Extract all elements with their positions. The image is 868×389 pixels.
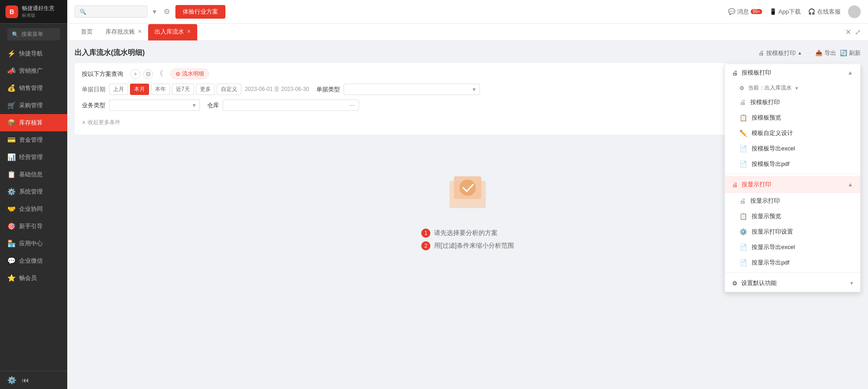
page-content-area: 出入库流水(流水明细) 🖨 按模板打印 ▲ ⋯ 📤 导出 🔄 刷新 [67, 41, 868, 389]
logo-icon: B [5, 5, 18, 18]
display-preview-icon: 📋 [739, 213, 747, 220]
set-default-section-header[interactable]: ⚙ 设置默认功能 ▾ [725, 274, 860, 292]
app-download-button[interactable]: 📱 App下载 [769, 8, 801, 16]
export-button[interactable]: 📤 导出 [815, 49, 836, 57]
sidebar-item-sales[interactable]: 💰 销售管理 [0, 80, 67, 97]
online-service-button[interactable]: 🎧 在线客服 [808, 8, 841, 16]
biz-type-dropdown-icon: ▾ [193, 102, 196, 109]
sidebar-bottom: ⚙️ ⏮ [0, 371, 67, 389]
export-icon: 📤 [815, 50, 823, 56]
current-expand-icon: ▾ [795, 85, 798, 91]
sidebar-item-wechat[interactable]: 💬 企业微信 [0, 252, 67, 269]
date-btn-this-year[interactable]: 本年 [151, 84, 170, 95]
template-print-button[interactable]: 🖨 按模板打印 ▲ [758, 49, 802, 57]
dropdown-item-template-print[interactable]: 🖨 按模板打印 [725, 95, 860, 110]
tab-close-batch[interactable]: ✕ [138, 29, 142, 35]
dropdown-item-display-print-settings[interactable]: ⚙️ 按显示打印设置 [725, 224, 860, 239]
doc-type-dropdown-icon: ▾ [473, 86, 476, 93]
tab-close-all-icon[interactable]: ✕ [845, 28, 851, 36]
sidebar-item-basic[interactable]: 📋 基础信息 [0, 166, 67, 183]
display-print-section-header[interactable]: 🖨 按显示打印 ▲ [725, 176, 860, 193]
settings-icon[interactable]: ⚙ [162, 5, 172, 18]
biz-type-select[interactable]: ▾ [109, 100, 200, 111]
sidebar-menu: 🔍 搜索菜单 ⚡ 快捷导航 📣 营销推广 💰 销售管理 🛒 采购管理 📦 库存核… [0, 24, 67, 371]
warehouse-dropdown-icon: ⋯ [349, 102, 355, 109]
dropdown-item-display-export-pdf[interactable]: 📄 按显示导出pdf [725, 255, 860, 270]
template-preview-icon: 📋 [739, 114, 747, 121]
date-btn-this-month[interactable]: 本月 [130, 84, 149, 95]
refresh-button[interactable]: 🔄 刷新 [840, 49, 861, 57]
sidebar-item-marketing[interactable]: 📣 营销推广 [0, 62, 67, 80]
default-icon: ⚙ [732, 280, 738, 287]
collapse-sidebar-icon[interactable]: ⏮ [22, 376, 29, 384]
empty-hint-2: 2 用[过滤]条件来缩小分析范围 [421, 241, 514, 250]
tab-batch[interactable]: 库存批次账 ✕ [99, 24, 148, 40]
tab-home[interactable]: 首页 [75, 24, 99, 40]
sales-icon: 💰 [7, 84, 15, 92]
date-btn-more[interactable]: 更多 [196, 84, 215, 95]
sidebar-item-finance[interactable]: 💳 资金管理 [0, 131, 67, 149]
settings-gear-icon[interactable]: ⚙️ [7, 376, 16, 384]
display-excel-icon: 📄 [739, 244, 747, 251]
warehouse-select[interactable]: ⋯ [223, 100, 359, 111]
active-filter-tag[interactable]: ⚙ 流水明细 [170, 69, 209, 79]
date-btn-7days[interactable]: 近7天 [172, 84, 194, 95]
coop-icon: 🤝 [7, 205, 15, 213]
sidebar-item-coop[interactable]: 🤝 企业协同 [0, 200, 67, 218]
current-icon: ⚙ [739, 85, 744, 91]
tab-close-flow[interactable]: ✕ [187, 29, 191, 35]
refresh-icon: 🔄 [840, 50, 847, 56]
dropdown-arrow-icon[interactable]: ▾ [151, 5, 158, 18]
industry-solution-button[interactable]: 体验行业方案 [175, 5, 225, 19]
sidebar-item-operations[interactable]: 📊 经营管理 [0, 149, 67, 166]
template-print-icon: 🖨 [739, 99, 746, 106]
filter-add-button[interactable]: ＋ [130, 69, 140, 79]
dropdown-item-display-print[interactable]: 🖨 按显示打印 [725, 193, 860, 209]
chevron-up-icon: ∧ [82, 119, 86, 125]
sidebar-search-btn[interactable]: 🔍 搜索菜单 [7, 28, 60, 40]
dropdown-item-display-preview[interactable]: 📋 按显示预览 [725, 209, 860, 224]
guide-icon: 🎯 [7, 222, 15, 230]
avatar[interactable] [848, 5, 861, 18]
dropdown-item-template-preview[interactable]: 📋 按模板预览 [725, 110, 860, 125]
topbar-search[interactable]: 🔍 [75, 5, 147, 18]
sidebar-item-appstore[interactable]: 🏪 应用中心 [0, 235, 67, 252]
collapse-more-button[interactable]: ∧ 收起更多条件 [82, 115, 120, 129]
date-buttons: 上月 本月 本年 近7天 更多 自定义 [109, 84, 241, 95]
sidebar-item-purchase[interactable]: 🛒 采购管理 [0, 97, 67, 114]
sidebar-item-guide[interactable]: 🎯 新手引导 [0, 218, 67, 235]
date-btn-custom[interactable]: 自定义 [217, 84, 241, 95]
template-print-section-header[interactable]: 🖨 按模板打印 ▲ [725, 64, 860, 81]
filter-setting-button[interactable]: ⚙ [143, 69, 153, 79]
tab-expand-icon[interactable]: ⤢ [855, 28, 861, 36]
vip-icon: ⭐ [7, 274, 15, 282]
date-btn-last-month[interactable]: 上月 [109, 84, 128, 95]
sidebar-item-quick[interactable]: ⚡ 快捷导航 [0, 45, 67, 62]
doc-type-select[interactable]: ▾ [344, 84, 480, 95]
display-pdf-icon: 📄 [739, 259, 747, 266]
page-header: 出入库流水(流水明细) 🖨 按模板打印 ▲ ⋯ 📤 导出 🔄 刷新 [75, 48, 861, 58]
sidebar-item-system[interactable]: ⚙️ 系统管理 [0, 183, 67, 200]
dropdown-item-template-export-excel[interactable]: 📄 按模板导出excel [725, 141, 860, 156]
svg-point-2 [459, 180, 476, 196]
messages-button[interactable]: 💬 消息 99+ [728, 8, 762, 16]
dropdown-item-template-export-pdf[interactable]: 📄 按模板导出pdf [725, 156, 860, 172]
template-current-label: ⚙ 当前：出入库流水 ▾ [725, 81, 860, 95]
filter-collapse-button[interactable]: 《 [156, 69, 163, 79]
tab-flow[interactable]: 出入库流水 ✕ [148, 24, 197, 40]
dropdown-item-template-customize[interactable]: ✏️ 模板自定义设计 [725, 125, 860, 141]
sidebar-search-container[interactable]: 🔍 搜索菜单 [0, 24, 67, 45]
inventory-icon: 📦 [7, 119, 15, 127]
logo-text: 畅捷通好生意 标准版 [22, 5, 55, 18]
sidebar-item-inventory[interactable]: 📦 库存核算 [0, 114, 67, 131]
filter-actions: ＋ ⚙ 《 [130, 69, 163, 79]
dropdown-item-display-export-excel[interactable]: 📄 按显示导出excel [725, 239, 860, 255]
wechat-icon: 💬 [7, 257, 15, 265]
printer-section-icon: 🖨 [732, 70, 738, 76]
purchase-icon: 🛒 [7, 101, 15, 110]
headset-icon: 🎧 [808, 8, 815, 15]
topbar-right: 💬 消息 99+ 📱 App下载 🎧 在线客服 [728, 5, 861, 18]
sidebar-item-vip[interactable]: ⭐ 畅会员 [0, 269, 67, 287]
page-title: 出入库流水(流水明细) [75, 48, 145, 58]
default-expand-icon: ▾ [850, 280, 853, 286]
